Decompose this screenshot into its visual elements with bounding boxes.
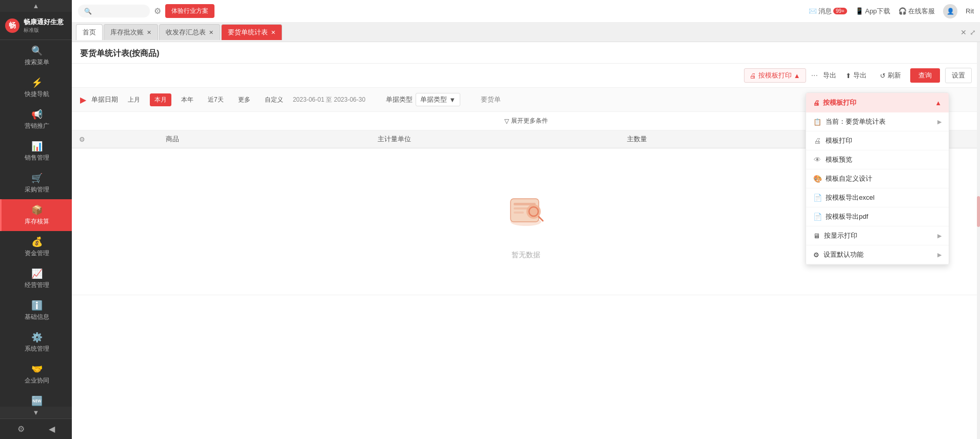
date-btn-current-month[interactable]: 本月 [150, 93, 171, 106]
default-settings-icon: ⚙ [813, 251, 819, 259]
logo-icon: 畅 [5, 18, 19, 33]
template-excel-icon: 📄 [813, 194, 821, 202]
sidebar-item-sales[interactable]: 📊 销售管理 [0, 136, 72, 167]
date-range-text: 2023-06-01 至 2023-06-30 [293, 96, 365, 104]
sidebar-item-guide[interactable]: 🆕 新手引导 [0, 390, 72, 407]
tab-home[interactable]: 首页 [76, 24, 103, 40]
dropdown-template-custom[interactable]: 🎨 模板自定义设计 [806, 169, 949, 188]
filter-toggle-icon[interactable]: ▶ [80, 95, 86, 105]
tab-home-label: 首页 [83, 28, 96, 37]
industry-solution-button[interactable]: 体验行业方案 [165, 4, 214, 18]
empty-state-text: 暂无数据 [512, 251, 540, 260]
refresh-button[interactable]: ↺ 刷新 [876, 69, 905, 82]
date-btn-prev-month[interactable]: 上月 [123, 93, 145, 106]
dropdown-title: 按模板打印 [823, 98, 856, 107]
topbar-search[interactable]: 🔍 [78, 5, 150, 17]
svg-rect-4 [514, 212, 524, 214]
export-label[interactable]: 导出 [823, 71, 836, 80]
page-header: 要货单统计表(按商品) [72, 42, 980, 64]
current-template-label: 当前：要货单统计表 [826, 117, 886, 126]
message-area[interactable]: ✉️ 消息 99+ [809, 7, 847, 16]
more-actions-icon[interactable]: ··· [811, 71, 818, 80]
user-avatar[interactable]: 👤 [943, 4, 957, 18]
app-download-label: App下载 [865, 7, 890, 16]
date-btn-more[interactable]: 更多 [233, 93, 255, 106]
export-button[interactable]: ⬆ 导出 [841, 69, 871, 82]
tabbar-actions: ✕ ⤢ [961, 28, 976, 36]
template-print-button[interactable]: 🖨 按模板打印 ▲ [744, 68, 806, 83]
scrollbar-thumb[interactable] [977, 196, 980, 227]
sidebar-collapse-icon[interactable]: ◀ [49, 424, 55, 434]
sidebar-scroll-up[interactable]: ▲ [0, 0, 72, 12]
dropdown-template-excel[interactable]: 📄 按模板导出excel [806, 188, 949, 207]
basic-icon: ℹ️ [31, 300, 43, 311]
template-print-menu-icon: 🖨 [813, 137, 821, 145]
avatar-icon: 👤 [947, 8, 954, 15]
sidebar-item-finance[interactable]: 💰 资金管理 [0, 231, 72, 263]
date-btn-current-year[interactable]: 本年 [177, 93, 198, 106]
dropdown-current-template[interactable]: 📋 当前：要货单统计表 ▶ [806, 112, 949, 131]
finance-icon: 💰 [31, 236, 43, 247]
type-filter-select[interactable]: 单据类型 ▼ [416, 93, 460, 106]
tab-batch-account-close[interactable]: ✕ [147, 29, 151, 36]
online-service-label: 在线客服 [908, 7, 935, 16]
system-icon: ⚙️ [31, 332, 43, 343]
date-btn-custom[interactable]: 自定义 [260, 93, 288, 106]
dropdown-display-print[interactable]: 🖥 按显示打印 ▶ [806, 226, 949, 245]
action-bar: 🖨 按模板打印 ▲ ··· 导出 ⬆ 导出 ↺ 刷新 查询 设置 [72, 64, 980, 88]
sidebar-item-marketing[interactable]: 📢 营销推广 [0, 104, 72, 136]
sidebar-item-search[interactable]: 🔍 搜索菜单 [0, 40, 72, 72]
query-button[interactable]: 查询 [910, 68, 940, 83]
date-btn-last-7-days[interactable]: 近7天 [203, 93, 228, 106]
col-settings-header[interactable]: ⚙ [72, 130, 92, 148]
sidebar-item-basic[interactable]: ℹ️ 基础信息 [0, 295, 72, 327]
sidebar-item-shortcut[interactable]: ⚡ 快捷导航 [0, 72, 72, 104]
tab-receipt-summary-close[interactable]: ✕ [209, 29, 213, 36]
tab-expand-icon[interactable]: ⤢ [970, 28, 976, 36]
purchase-icon: 🛒 [31, 173, 43, 184]
yaohu-filter-label: 要货单 [481, 95, 501, 104]
default-settings-chevron: ▶ [937, 252, 942, 258]
topbar-search-text [94, 7, 119, 15]
user-name[interactable]: Rit [966, 7, 974, 15]
sidebar-scroll-down[interactable]: ▼ [0, 407, 72, 418]
display-print-label: 按显示打印 [824, 231, 857, 240]
dropdown-chevron-up: ▲ [935, 99, 942, 107]
sidebar-item-purchase[interactable]: 🛒 采购管理 [0, 167, 72, 199]
sidebar-settings-icon[interactable]: ⚙ [17, 424, 25, 434]
tab-order-stats-close[interactable]: ✕ [271, 29, 276, 36]
sales-icon: 📊 [31, 141, 43, 152]
table-settings-icon[interactable]: ⚙ [79, 136, 85, 143]
settings-button[interactable]: 设置 [945, 68, 972, 83]
dropdown-template-print[interactable]: 🖨 模板打印 [806, 131, 949, 150]
sidebar-nav: 🔍 搜索菜单 ⚡ 快捷导航 📢 营销推广 📊 销售管理 🛒 采购管理 📦 库存核… [0, 40, 72, 407]
sidebar-item-operation[interactable]: 📈 经营管理 [0, 263, 72, 295]
dropdown-template-preview[interactable]: 👁 模板预览 [806, 150, 949, 169]
template-print-chevron: ▲ [794, 72, 800, 80]
marketing-icon: 📢 [31, 109, 43, 120]
dropdown-template-pdf[interactable]: 📄 按模板导出pdf [806, 207, 949, 226]
tab-receipt-summary[interactable]: 收发存汇总表 ✕ [159, 24, 220, 40]
sidebar: ▲ 畅 畅康通好生意 标准版 🔍 搜索菜单 ⚡ 快捷导航 📢 营销推广 📊 销售… [0, 0, 72, 439]
tab-close-all-icon[interactable]: ✕ [961, 28, 967, 36]
dropdown-default-settings[interactable]: ⚙ 设置默认功能 ▶ [806, 245, 949, 264]
online-service-area[interactable]: 🎧 在线客服 [898, 7, 935, 16]
topbar: 🔍 ⚙ 体验行业方案 ✉️ 消息 99+ 📱 App下载 🎧 在线客服 👤 [72, 0, 980, 23]
sidebar-label-inventory: 库存核算 [25, 217, 49, 226]
tab-order-stats[interactable]: 要货单统计表 ✕ [221, 24, 282, 40]
sidebar-item-system[interactable]: ⚙️ 系统管理 [0, 327, 72, 358]
expand-conditions-button[interactable]: ▽ 展开更多条件 [500, 115, 552, 127]
dropdown-print-icon: 🖨 [813, 99, 820, 107]
search-nav-icon: 🔍 [31, 45, 43, 56]
enterprise-icon: 🤝 [31, 364, 43, 375]
sidebar-label-shortcut: 快捷导航 [25, 90, 49, 99]
dropdown-header-left: 🖨 按模板打印 [813, 98, 856, 107]
topbar-settings-icon[interactable]: ⚙ [154, 6, 161, 16]
app-download-area[interactable]: 📱 App下载 [855, 7, 890, 16]
type-filter-chevron: ▼ [449, 96, 456, 104]
tab-batch-account[interactable]: 库存批次账 ✕ [104, 24, 158, 40]
sidebar-item-enterprise[interactable]: 🤝 企业协同 [0, 358, 72, 390]
expand-label: 展开更多条件 [511, 117, 548, 125]
sidebar-item-inventory[interactable]: 📦 库存核算 [0, 199, 72, 231]
template-excel-label: 按模板导出excel [826, 193, 874, 202]
